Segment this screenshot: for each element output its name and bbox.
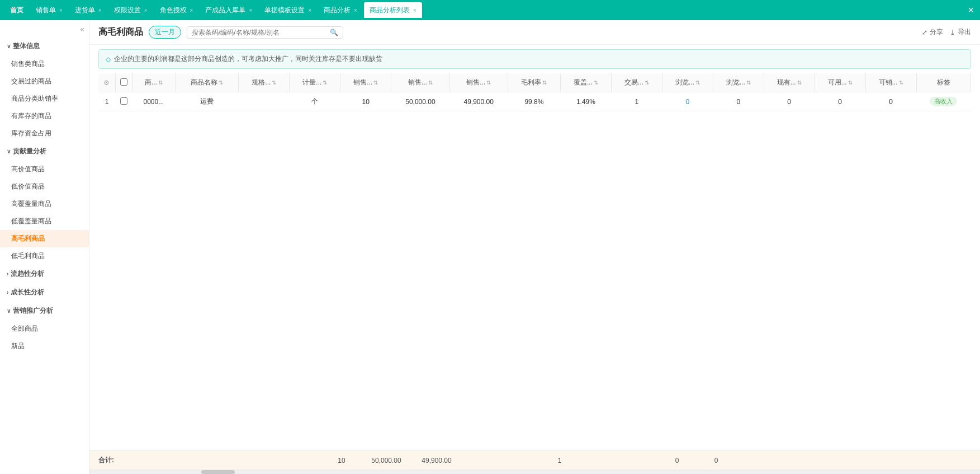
col-label-gross_margin: 毛利率 <box>521 78 541 86</box>
sidebar-group-成长性分析[interactable]: ›成长性分析 <box>0 283 89 302</box>
sidebar-group-营销推广分析[interactable]: ∨营销推广分析 <box>0 302 89 320</box>
select-all-checkbox[interactable] <box>120 78 127 86</box>
sort-icon-unit[interactable]: ⇅ <box>323 79 327 86</box>
sort-icon-code[interactable]: ⇅ <box>158 79 163 86</box>
sidebar-group-贡献量分析[interactable]: ∨贡献量分析 <box>0 142 89 161</box>
col-header-sellable[interactable]: 可销...⇅ <box>865 73 916 92</box>
sidebar-item-交易过的商品[interactable]: 交易过的商品 <box>0 73 89 90</box>
table-container: ⚙商...⇅商品名称⇅规格...⇅计量...⇅销售...⇅销售...⇅销售...… <box>89 73 980 450</box>
tab-close-icon[interactable]: × <box>308 7 311 13</box>
sidebar-group-整体信息[interactable]: ∨整体信息 <box>0 37 89 55</box>
tab-close-icon[interactable]: × <box>59 7 63 13</box>
col-label-sales_profit: 销售... <box>466 78 485 86</box>
col-header-name[interactable]: 商品名称⇅ <box>176 73 239 92</box>
nav-tab-角色授权[interactable]: 角色授权 × <box>154 2 199 18</box>
sidebar-item-销售类商品[interactable]: 销售类商品 <box>0 55 89 73</box>
search-icon[interactable]: 🔍 <box>330 29 338 36</box>
sidebar-item-低覆盖量商品[interactable]: 低覆盖量商品 <box>0 213 89 230</box>
nav-tab-产成品入库单[interactable]: 产成品入库单 × <box>200 2 258 18</box>
sidebar-collapse-button[interactable]: « <box>80 25 84 34</box>
sidebar-item-新品[interactable]: 新品 <box>0 337 89 355</box>
share-button[interactable]: ⤢ 分享 <box>922 27 943 37</box>
col-label-spec: 规格... <box>252 78 271 86</box>
col-header-current_stock[interactable]: 现有...⇅ <box>764 73 815 92</box>
col-header-views1[interactable]: 浏览...⇅ <box>662 73 713 92</box>
sort-icon-coverage[interactable]: ⇅ <box>594 79 598 86</box>
cell-sales_profit: 49,900.00 <box>449 92 508 111</box>
sidebar-item-高覆盖量商品[interactable]: 高覆盖量商品 <box>0 195 89 213</box>
col-header-sales_profit[interactable]: 销售...⇅ <box>449 73 508 92</box>
col-header-available[interactable]: 可用...⇅ <box>815 73 865 92</box>
sort-icon-sellable[interactable]: ⇅ <box>899 79 903 86</box>
cell-checkbox[interactable] <box>115 92 132 111</box>
search-input[interactable] <box>192 29 328 36</box>
col-header-index[interactable]: ⚙ <box>98 73 115 92</box>
sidebar-item-商品分类助销率[interactable]: 商品分类助销率 <box>0 90 89 107</box>
col-header-spec[interactable]: 规格...⇅ <box>239 73 290 92</box>
nav-tab-单据模板设置[interactable]: 单据模板设置 × <box>259 2 317 18</box>
nav-tab-商品分析[interactable]: 商品分析 × <box>318 2 363 18</box>
main-layout: « ∨整体信息销售类商品交易过的商品商品分类助销率有库存的商品库存资金占用∨贡献… <box>0 20 980 474</box>
sidebar-group-流趋性分析[interactable]: ›流趋性分析 <box>0 265 89 283</box>
col-header-sales_qty[interactable]: 销售...⇅ <box>340 73 391 92</box>
col-header-checkbox[interactable] <box>115 73 132 92</box>
close-all-tabs-button[interactable]: ✕ <box>968 6 974 15</box>
sort-icon-sales_amount[interactable]: ⇅ <box>428 79 433 86</box>
cell-tag[interactable]: 高收入 <box>916 92 970 111</box>
sidebar-item-高毛利商品[interactable]: 高毛利商品 <box>0 230 89 247</box>
col-label-available: 可用... <box>828 78 847 86</box>
sort-icon-gross_margin[interactable]: ⇅ <box>542 79 547 86</box>
sidebar-item-高价值商品[interactable]: 高价值商品 <box>0 161 89 178</box>
table-row: 10000...运费个1050,000.0049,900.0099.8%1.49… <box>98 92 971 111</box>
nav-tab-权限设置[interactable]: 权限设置 × <box>108 2 153 18</box>
tab-close-icon[interactable]: × <box>190 7 193 13</box>
sidebar-item-低毛利商品[interactable]: 低毛利商品 <box>0 247 89 265</box>
nav-tab-销售单[interactable]: 销售单 × <box>30 2 68 18</box>
nav-tab-首页[interactable]: 首页 <box>4 2 29 18</box>
sort-icon-available[interactable]: ⇅ <box>848 79 853 86</box>
nav-tab-商品分析列表[interactable]: 商品分析列表 × <box>364 2 422 18</box>
sort-icon-spec[interactable]: ⇅ <box>272 79 276 86</box>
settings-icon[interactable]: ⚙ <box>103 79 110 87</box>
footer-cell: 1 <box>540 457 579 464</box>
cell-name: 运费 <box>176 92 239 111</box>
share-label: 分享 <box>930 27 943 37</box>
filter-date-button[interactable]: 近一月 <box>149 26 181 39</box>
sort-icon-name[interactable]: ⇅ <box>219 79 223 86</box>
sort-icon-views2[interactable]: ⇅ <box>746 79 751 86</box>
sort-icon-views1[interactable]: ⇅ <box>695 79 700 86</box>
sidebar-item-全部商品[interactable]: 全部商品 <box>0 320 89 337</box>
col-header-code[interactable]: 商...⇅ <box>132 73 176 92</box>
sort-icon-current_stock[interactable]: ⇅ <box>797 79 802 86</box>
col-header-coverage[interactable]: 覆盖...⇅ <box>560 73 611 92</box>
col-header-sales_amount[interactable]: 销售...⇅ <box>391 73 449 92</box>
col-header-views2[interactable]: 浏览...⇅ <box>713 73 764 92</box>
sidebar-group-label: 流趋性分析 <box>11 269 44 279</box>
nav-tab-进货单[interactable]: 进货单 × <box>69 2 107 18</box>
page-title: 高毛利商品 <box>98 26 143 38</box>
col-header-unit[interactable]: 计量...⇅ <box>290 73 340 92</box>
sidebar-item-低价值商品[interactable]: 低价值商品 <box>0 178 89 195</box>
tab-close-icon[interactable]: × <box>144 7 148 13</box>
sort-icon-sales_qty[interactable]: ⇅ <box>373 79 378 86</box>
chevron-icon: › <box>7 289 8 295</box>
sidebar-item-有库存的商品[interactable]: 有库存的商品 <box>0 107 89 125</box>
sidebar-item-库存资金占用[interactable]: 库存资金占用 <box>0 125 89 142</box>
col-header-gross_margin[interactable]: 毛利率⇅ <box>508 73 560 92</box>
tab-close-icon[interactable]: × <box>249 7 252 13</box>
tab-close-icon[interactable]: × <box>354 7 357 13</box>
views-link[interactable]: 0 <box>685 98 689 106</box>
sort-icon-sales_profit[interactable]: ⇅ <box>486 79 491 86</box>
info-banner: ◇ 企业的主要的利润都是这部分商品创造的，可考虑加大推广，同时关注库存是不要出现… <box>98 49 971 69</box>
tab-close-icon[interactable]: × <box>413 7 416 13</box>
tab-close-icon[interactable]: × <box>98 7 102 13</box>
col-label-coverage: 覆盖... <box>574 78 593 86</box>
col-header-tag[interactable]: 标签 <box>916 73 970 92</box>
export-button[interactable]: ⤓ 导出 <box>950 27 971 37</box>
sort-icon-transactions[interactable]: ⇅ <box>645 79 649 86</box>
horizontal-scrollbar[interactable] <box>89 470 980 474</box>
col-label-sellable: 可销... <box>879 78 898 86</box>
col-header-transactions[interactable]: 交易...⇅ <box>611 73 662 92</box>
cell-available: 0 <box>815 92 865 111</box>
row-checkbox[interactable] <box>120 97 127 105</box>
